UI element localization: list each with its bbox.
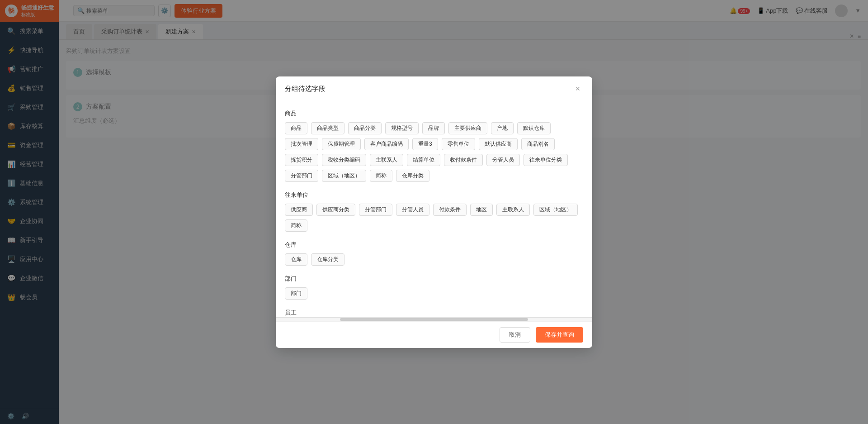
- field-tag[interactable]: 税收分类编码: [322, 154, 366, 166]
- department-fields: 部门: [285, 287, 583, 300]
- cancel-button[interactable]: 取消: [500, 327, 530, 343]
- section-title-department: 部门: [285, 275, 583, 283]
- section-title-contacts: 往来单位: [285, 191, 583, 199]
- field-tag[interactable]: 结算单位: [407, 154, 440, 166]
- field-tag[interactable]: 批次管理: [285, 138, 318, 150]
- field-tag[interactable]: 主要供应商: [448, 122, 487, 134]
- field-tag[interactable]: 简称: [285, 219, 307, 232]
- field-tag[interactable]: 仓库分类: [311, 253, 344, 266]
- field-tag[interactable]: 分管人员: [486, 154, 520, 166]
- field-tag[interactable]: 部门: [285, 287, 307, 300]
- field-tag[interactable]: 商品: [285, 122, 307, 134]
- section-product: 商品 商品 商品类型 商品分类 规格型号 品牌 主要供应商 产地 默认仓库 批次…: [285, 110, 583, 182]
- contacts-fields: 供应商 供应商分类 分管部门 分管人员 付款条件 地区 主联系人 区域（地区） …: [285, 204, 583, 232]
- field-tag[interactable]: 保质期管理: [322, 138, 361, 150]
- field-tag[interactable]: 分管部门: [285, 170, 318, 182]
- modal-title: 分组待选字段: [285, 85, 326, 93]
- field-tag[interactable]: 供应商分类: [316, 204, 355, 216]
- field-tag[interactable]: 零售单位: [442, 138, 475, 150]
- field-tag[interactable]: 商品类型: [311, 122, 344, 134]
- confirm-button[interactable]: 保存并查询: [536, 327, 583, 343]
- section-contacts: 往来单位 供应商 供应商分类 分管部门 分管人员 付款条件 地区 主联系人 区域…: [285, 191, 583, 232]
- modal-overlay: 分组待选字段 × 商品 商品 商品类型 商品分类 规格型号 品牌 主要供应商 产…: [0, 0, 868, 424]
- field-tag[interactable]: 商品分类: [348, 122, 382, 134]
- section-department: 部门 部门: [285, 275, 583, 300]
- field-tag[interactable]: 地区: [470, 204, 493, 216]
- field-tag[interactable]: 收付款条件: [444, 154, 483, 166]
- section-employee: 员工 业务员: [285, 309, 583, 317]
- modal-close-button[interactable]: ×: [572, 84, 583, 95]
- field-tag[interactable]: 拣货积分: [285, 154, 318, 166]
- warehouse-fields: 仓库 仓库分类: [285, 253, 583, 266]
- modal-header: 分组待选字段 ×: [276, 76, 592, 102]
- field-tag[interactable]: 主联系人: [496, 204, 530, 216]
- field-select-modal: 分组待选字段 × 商品 商品 商品类型 商品分类 规格型号 品牌 主要供应商 产…: [276, 76, 592, 348]
- field-tag[interactable]: 仓库分类: [396, 170, 429, 182]
- field-tag[interactable]: 产地: [491, 122, 514, 134]
- section-title-warehouse: 仓库: [285, 241, 583, 249]
- modal-footer: 取消 保存并查询: [276, 321, 592, 348]
- section-title-employee: 员工: [285, 309, 583, 317]
- field-tag[interactable]: 分管部门: [359, 204, 392, 216]
- field-tag[interactable]: 品牌: [422, 122, 445, 134]
- field-tag[interactable]: 主联系人: [370, 154, 403, 166]
- field-tag[interactable]: 简称: [370, 170, 392, 182]
- field-tag[interactable]: 区域（地区）: [322, 170, 366, 182]
- field-tag[interactable]: 分管人员: [396, 204, 429, 216]
- field-tag[interactable]: 默认仓库: [517, 122, 551, 134]
- section-title-product: 商品: [285, 110, 583, 118]
- modal-body[interactable]: 商品 商品 商品类型 商品分类 规格型号 品牌 主要供应商 产地 默认仓库 批次…: [276, 102, 592, 317]
- field-tag[interactable]: 规格型号: [385, 122, 419, 134]
- product-fields: 商品 商品类型 商品分类 规格型号 品牌 主要供应商 产地 默认仓库 批次管理 …: [285, 122, 583, 182]
- section-warehouse: 仓库 仓库 仓库分类: [285, 241, 583, 266]
- field-tag[interactable]: 供应商: [285, 204, 313, 216]
- field-tag[interactable]: 区域（地区）: [533, 204, 578, 216]
- field-tag[interactable]: 仓库: [285, 253, 307, 266]
- field-tag[interactable]: 客户商品编码: [364, 138, 409, 150]
- field-tag[interactable]: 商品别名: [521, 138, 555, 150]
- field-tag[interactable]: 付款条件: [433, 204, 467, 216]
- modal-hscroll[interactable]: [276, 317, 592, 321]
- field-tag[interactable]: 往来单位分类: [524, 154, 568, 166]
- field-tag[interactable]: 重量3: [412, 138, 438, 150]
- field-tag[interactable]: 默认供应商: [479, 138, 518, 150]
